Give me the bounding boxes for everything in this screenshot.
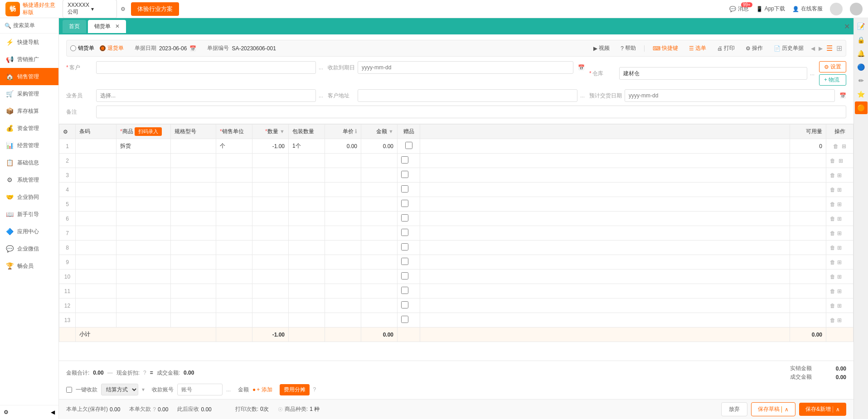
- right-btn-edit[interactable]: ✏: [855, 74, 868, 87]
- app-download-btn[interactable]: 📱 App下载: [756, 5, 785, 13]
- cell-product[interactable]: [116, 270, 171, 284]
- sidebar-item-system[interactable]: ⚙ 系统管理: [0, 171, 58, 188]
- copy-icon[interactable]: ⊞: [837, 288, 842, 294]
- tab-home[interactable]: 首页: [63, 20, 86, 33]
- cell-product[interactable]: [116, 313, 171, 327]
- salesperson-input[interactable]: [96, 89, 316, 102]
- tab-close-btn[interactable]: ✕: [115, 23, 120, 29]
- cell-qty[interactable]: [252, 313, 289, 327]
- message-btn[interactable]: 💬 消息 99+: [729, 5, 749, 13]
- cell-price[interactable]: [325, 241, 361, 255]
- note-input[interactable]: [96, 106, 846, 118]
- delete-icon[interactable]: 🗑: [830, 201, 835, 207]
- right-btn-circle[interactable]: 🔵: [855, 61, 868, 73]
- radio-return-input[interactable]: [100, 45, 106, 51]
- cell-packqty[interactable]: [289, 313, 325, 327]
- sidebar-collapse-icon[interactable]: ◀: [51, 409, 55, 415]
- cell-packqty[interactable]: [289, 168, 325, 183]
- cell-unit[interactable]: [216, 183, 252, 197]
- cell-spec[interactable]: [171, 270, 216, 284]
- cell-barcode[interactable]: [76, 299, 116, 313]
- cell-product[interactable]: [116, 212, 171, 226]
- company-selector[interactable]: XXXXXX公司 ▾: [63, 0, 117, 18]
- cell-amount[interactable]: [361, 255, 398, 270]
- view-grid-icon[interactable]: ⊞: [836, 44, 842, 53]
- cell-barcode[interactable]: [76, 226, 116, 241]
- copy-icon[interactable]: ⊞: [837, 317, 842, 323]
- fee-help-icon[interactable]: ?: [313, 386, 316, 393]
- toolbar-shortcut-btn[interactable]: ⌨ 快捷键: [649, 43, 682, 53]
- cell-packqty[interactable]: [289, 299, 325, 313]
- cell-spec[interactable]: [171, 168, 216, 183]
- cell-unit[interactable]: [216, 168, 252, 183]
- cell-product[interactable]: [116, 197, 171, 212]
- cell-product[interactable]: [116, 241, 171, 255]
- cell-packqty[interactable]: [289, 154, 325, 168]
- sidebar-item-guide[interactable]: 📖 新手引导: [0, 206, 58, 223]
- cell-qty[interactable]: [252, 154, 289, 168]
- cell-spec[interactable]: [171, 226, 216, 241]
- cell-price[interactable]: [325, 212, 361, 226]
- delete-icon[interactable]: 🗑: [830, 259, 835, 265]
- save-new-chevron[interactable]: ∧: [833, 406, 840, 413]
- cell-price[interactable]: [325, 284, 361, 299]
- cell-spec[interactable]: [171, 197, 216, 212]
- sidebar-item-collab[interactable]: 🤝 企业协同: [0, 188, 58, 206]
- toolbar-history-btn[interactable]: 📄 历史单据: [770, 43, 807, 53]
- gift-checkbox[interactable]: [401, 156, 408, 164]
- cell-product[interactable]: [116, 255, 171, 270]
- sidebar-item-marketing[interactable]: 📢 营销推广: [0, 51, 58, 68]
- due-date-input[interactable]: [358, 61, 573, 74]
- cell-qty[interactable]: [252, 197, 289, 212]
- cell-barcode[interactable]: [76, 183, 116, 197]
- gift-checkbox[interactable]: [401, 316, 408, 323]
- cell-qty[interactable]: [252, 226, 289, 241]
- cell-product[interactable]: [116, 284, 171, 299]
- cell-amount[interactable]: [361, 241, 398, 255]
- cell-packqty[interactable]: [289, 241, 325, 255]
- window-close-btn[interactable]: ✕: [844, 22, 850, 31]
- cell-barcode[interactable]: [76, 197, 116, 212]
- sidebar-settings-icon[interactable]: ⚙: [4, 409, 9, 415]
- customer-addr-input[interactable]: [358, 89, 577, 102]
- delete-icon[interactable]: 🗑: [830, 288, 835, 294]
- warehouse-dots[interactable]: ...: [810, 70, 815, 77]
- cell-qty[interactable]: -1.00: [252, 139, 289, 154]
- cell-qty[interactable]: [252, 168, 289, 183]
- view-list-icon[interactable]: ☰: [826, 44, 833, 53]
- cell-unit[interactable]: [216, 299, 252, 313]
- sidebar-item-operations[interactable]: 📊 经营管理: [0, 137, 58, 154]
- salesperson-dots[interactable]: ...: [319, 92, 323, 99]
- discard-btn[interactable]: 放弃: [721, 402, 747, 416]
- cell-amount[interactable]: [361, 154, 398, 168]
- toolbar-select-btn[interactable]: ☰ 选单: [685, 43, 710, 53]
- expected-date-cal-icon[interactable]: 📅: [839, 92, 846, 99]
- cell-spec[interactable]: [171, 241, 216, 255]
- cell-amount[interactable]: [361, 299, 398, 313]
- cell-gift[interactable]: [398, 255, 420, 270]
- cell-price[interactable]: [325, 168, 361, 183]
- cell-amount[interactable]: [361, 183, 398, 197]
- prev-icon[interactable]: ◀: [811, 45, 815, 52]
- cell-unit[interactable]: [216, 313, 252, 327]
- avatar[interactable]: [830, 3, 843, 15]
- price-info-icon[interactable]: ℹ: [355, 128, 357, 135]
- cell-spec[interactable]: [171, 255, 216, 270]
- product-type-icon[interactable]: ☉: [278, 406, 283, 413]
- cell-product[interactable]: [116, 299, 171, 313]
- copy-icon[interactable]: ⊞: [837, 172, 842, 178]
- right-btn-note[interactable]: 📝: [855, 20, 868, 33]
- copy-icon[interactable]: ⊞: [839, 158, 843, 164]
- gift-checkbox[interactable]: [401, 287, 408, 294]
- cell-qty[interactable]: [252, 284, 289, 299]
- cell-unit[interactable]: [216, 255, 252, 270]
- cell-gift[interactable]: [398, 212, 420, 226]
- cell-price[interactable]: [325, 255, 361, 270]
- gift-checkbox[interactable]: [401, 229, 408, 236]
- account-input[interactable]: [177, 384, 223, 395]
- delete-icon[interactable]: 🗑: [830, 158, 835, 164]
- delete-icon[interactable]: 🗑: [830, 303, 835, 309]
- cell-packqty[interactable]: [289, 226, 325, 241]
- toolbar-print-btn[interactable]: 🖨 打印: [713, 43, 738, 53]
- save-new-btn[interactable]: 保存&新增 ∧: [799, 403, 846, 416]
